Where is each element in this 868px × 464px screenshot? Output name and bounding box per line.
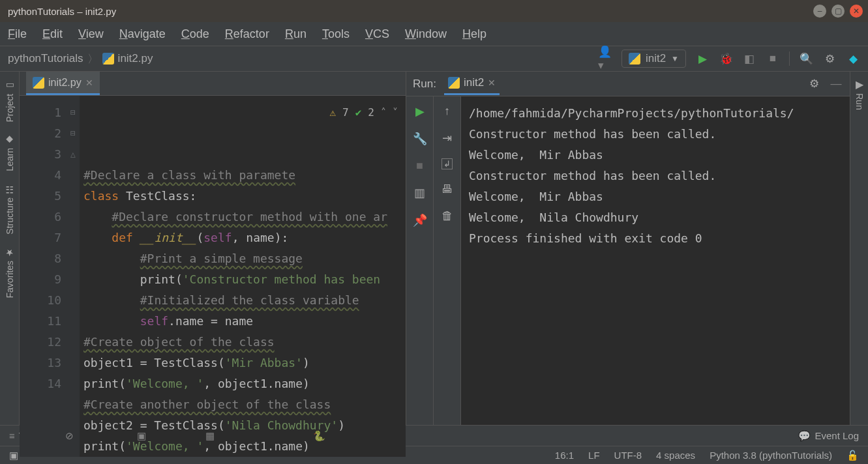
- close-tab-icon[interactable]: ✕: [85, 78, 93, 88]
- code-line[interactable]: self.name = name: [83, 311, 402, 332]
- run-toolbar-primary: ▶ 🔧 ■ ▥ 📌: [406, 96, 434, 425]
- code-line[interactable]: #Print a simple message: [83, 248, 402, 269]
- maximize-button[interactable]: ▢: [831, 5, 845, 18]
- left-tool-learn[interactable]: Learn ◆: [5, 135, 15, 171]
- wrap-icon[interactable]: ↲: [441, 158, 453, 169]
- code-editor[interactable]: 1234567891011121314 ⊟⊟△ ⚠7 ✔2 ˄ ˅ #Decla…: [20, 96, 406, 457]
- nav-toolbar: pythonTutorials 〉 init2.py 👤▾ init2 ▼ ▶ …: [0, 46, 868, 72]
- wrench-icon[interactable]: 🔧: [413, 132, 427, 146]
- ok-count: 2: [368, 102, 374, 123]
- code-line[interactable]: #Create object of the class: [83, 332, 402, 353]
- close-button[interactable]: ✕: [850, 5, 863, 18]
- layout-icon[interactable]: ▥: [414, 186, 425, 200]
- run-pane: Run: init2 ✕ ⚙ — ▶ 🔧 ■ ▥ 📌 ↑ ⇥ ↲ 🖶: [406, 72, 850, 425]
- chevron-down-icon: ▼: [671, 54, 679, 63]
- console-line: Constructor method has been called.: [469, 166, 842, 186]
- menu-tools[interactable]: Tools: [322, 27, 350, 41]
- close-tab-icon[interactable]: ✕: [488, 78, 496, 88]
- menu-navigate[interactable]: Navigate: [119, 27, 166, 41]
- run-tool-label[interactable]: Run: [854, 93, 865, 110]
- prev-highlight-icon[interactable]: ˄: [381, 102, 386, 123]
- console-line: Welcome, Nila Chowdhury: [469, 207, 842, 228]
- code-line[interactable]: print('Welcome, ', object1.name): [83, 373, 402, 394]
- event-log[interactable]: 💬Event Log: [798, 430, 859, 442]
- run-header: Run: init2 ✕ ⚙ —: [406, 72, 850, 96]
- console-output[interactable]: /home/fahmida/PycharmProjects/pythonTuto…: [461, 96, 850, 425]
- breadcrumb[interactable]: pythonTutorials 〉 init2.py: [8, 51, 598, 66]
- python-file-icon: [33, 77, 44, 89]
- code-line[interactable]: object2 = TestClass('Nila Chowdhury'): [83, 415, 402, 436]
- editor-tab[interactable]: init2.py ✕: [26, 72, 100, 95]
- code-content[interactable]: ⚠7 ✔2 ˄ ˅ #Declare a class with paramete…: [80, 96, 406, 457]
- stop-button[interactable]: ■: [766, 51, 780, 66]
- window-titlebar: pythonTutorials – init2.py – ▢ ✕: [0, 0, 868, 22]
- fold-gutter[interactable]: ⊟⊟△: [67, 96, 80, 457]
- menu-edit[interactable]: Edit: [42, 27, 63, 41]
- menu-file[interactable]: File: [8, 27, 27, 41]
- code-line[interactable]: #Initialized the class variable: [83, 290, 402, 311]
- debug-button[interactable]: 🐞: [719, 51, 733, 66]
- warning-count: 7: [342, 102, 349, 123]
- up-icon[interactable]: ↑: [444, 104, 450, 118]
- menu-code[interactable]: Code: [181, 27, 209, 41]
- inspection-summary[interactable]: ⚠7 ✔2 ˄ ˅: [329, 102, 398, 123]
- editor-tab-label: init2.py: [48, 77, 82, 89]
- window-title: pythonTutorials – init2.py: [8, 6, 813, 17]
- collapse-icon[interactable]: ▶: [856, 78, 863, 91]
- trash-icon[interactable]: 🗑: [441, 209, 453, 223]
- indent-setting[interactable]: 4 spaces: [656, 450, 695, 461]
- file-encoding[interactable]: UTF-8: [614, 450, 642, 461]
- hide-panel-icon[interactable]: —: [829, 77, 843, 91]
- left-tool-structure[interactable]: Structure ☷: [5, 184, 15, 235]
- user-icon[interactable]: 👤▾: [598, 51, 612, 66]
- line-separator[interactable]: LF: [588, 450, 600, 461]
- menu-run[interactable]: Run: [285, 27, 307, 41]
- console-line: Process finished with exit code 0: [469, 228, 842, 249]
- run-config-selector[interactable]: init2 ▼: [621, 50, 686, 68]
- run-tab[interactable]: init2 ✕: [444, 73, 500, 95]
- code-line[interactable]: #Declare constructor method with one ar: [83, 207, 402, 227]
- rerun-icon[interactable]: ▶: [415, 104, 425, 119]
- search-icon[interactable]: 🔍: [799, 51, 813, 66]
- menu-refactor[interactable]: Refactor: [225, 27, 269, 41]
- pin-icon[interactable]: 📌: [413, 213, 427, 227]
- python-file-icon: [448, 77, 460, 89]
- settings-icon[interactable]: ⚙: [822, 51, 837, 66]
- menu-vcs[interactable]: VCS: [365, 27, 389, 41]
- left-tool-favorites[interactable]: Favorites ★: [5, 248, 15, 298]
- console-line: /home/fahmida/PycharmProjects/pythonTuto…: [469, 103, 842, 124]
- run-settings-icon[interactable]: ⚙: [807, 77, 821, 91]
- next-highlight-icon[interactable]: ˅: [393, 102, 398, 123]
- interpreter[interactable]: Python 3.8 (pythonTutorials): [710, 450, 832, 461]
- coverage-button[interactable]: ◧: [742, 51, 756, 66]
- console-line: Constructor method has been called.: [469, 124, 842, 145]
- code-line[interactable]: def __init__(self, name):: [83, 227, 402, 248]
- code-line[interactable]: object1 = TestClass('Mir Abbas'): [83, 353, 402, 373]
- code-line[interactable]: class TestClass:: [83, 186, 402, 207]
- code-line[interactable]: #Declare a class with paramete: [83, 165, 402, 186]
- minimize-button[interactable]: –: [813, 5, 826, 18]
- menu-window[interactable]: Window: [405, 27, 447, 41]
- editor-pane: init2.py ✕ 1234567891011121314 ⊟⊟△ ⚠7 ✔2…: [20, 72, 406, 425]
- lock-icon[interactable]: 🔓: [846, 450, 859, 461]
- python-file-icon: [629, 53, 640, 65]
- console-line: Welcome, Mir Abbas: [469, 145, 842, 166]
- left-tool-project[interactable]: Project ▭: [5, 81, 15, 122]
- code-line[interactable]: print('Welcome, ', object1.name): [83, 436, 402, 457]
- right-tool-strip: ▶ Run: [850, 72, 868, 425]
- space-icon[interactable]: ◆: [846, 51, 860, 66]
- breadcrumb-file[interactable]: init2.py: [118, 52, 153, 65]
- caret-position[interactable]: 16:1: [555, 450, 574, 461]
- down-icon[interactable]: ⇥: [442, 131, 452, 145]
- breadcrumb-root[interactable]: pythonTutorials: [8, 52, 83, 65]
- stop-icon[interactable]: ■: [416, 159, 423, 173]
- python-file-icon: [102, 53, 114, 65]
- menu-help[interactable]: Help: [462, 27, 486, 41]
- run-button[interactable]: ▶: [695, 51, 710, 66]
- tool-windows-icon[interactable]: ▣: [9, 450, 18, 461]
- print-icon[interactable]: 🖶: [441, 182, 453, 196]
- code-line[interactable]: #Create another object of the class: [83, 394, 402, 415]
- menu-view[interactable]: View: [78, 27, 104, 41]
- window-controls: – ▢ ✕: [813, 5, 863, 18]
- code-line[interactable]: print('Constructor method has been: [83, 269, 402, 290]
